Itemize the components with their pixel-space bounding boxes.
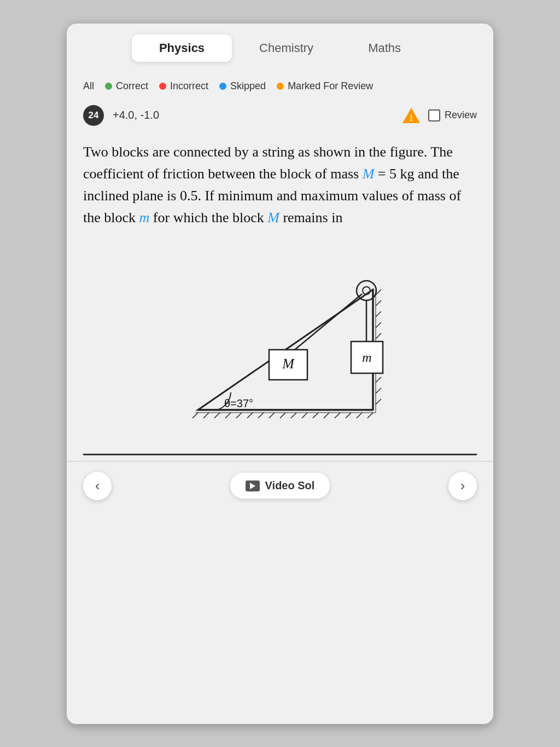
meta-left: 24 +4.0, -1.0 xyxy=(83,105,159,126)
checkbox-box[interactable] xyxy=(428,109,440,121)
question-number: 24 xyxy=(83,105,104,126)
filter-correct[interactable]: Correct xyxy=(105,80,148,92)
warning-triangle-svg: ! xyxy=(402,106,421,125)
svg-line-21 xyxy=(357,413,362,418)
next-icon: › xyxy=(460,477,465,494)
svg-line-15 xyxy=(291,413,296,418)
filter-all[interactable]: All xyxy=(83,80,94,92)
question-marks: +4.0, -1.0 xyxy=(113,109,159,121)
filter-skipped[interactable]: Skipped xyxy=(219,80,266,92)
svg-line-6 xyxy=(192,413,198,418)
physics-diagram: M m θ=37° xyxy=(165,240,395,426)
svg-line-7 xyxy=(203,413,209,418)
video-icon xyxy=(246,480,260,491)
subject-tabs: Physics Chemistry Maths xyxy=(67,24,493,67)
svg-line-13 xyxy=(269,413,275,418)
prev-button[interactable]: ‹ xyxy=(83,472,112,500)
incorrect-dot xyxy=(159,83,166,90)
skipped-dot xyxy=(219,83,226,90)
var-m: m xyxy=(139,210,150,225)
svg-line-32 xyxy=(376,377,381,383)
svg-line-17 xyxy=(313,413,318,418)
question-text: Two blocks are connected by a string as … xyxy=(83,141,477,229)
filter-all-label: All xyxy=(83,80,94,92)
svg-line-33 xyxy=(376,388,381,393)
filter-row: All Correct Incorrect Skipped Marked For… xyxy=(67,73,493,100)
tab-chemistry[interactable]: Chemistry xyxy=(232,34,341,62)
svg-line-8 xyxy=(214,413,220,418)
svg-line-27 xyxy=(376,322,381,328)
svg-text:M: M xyxy=(282,356,295,372)
var-M: M xyxy=(363,166,375,182)
correct-dot xyxy=(105,83,112,90)
svg-line-28 xyxy=(376,333,381,339)
bottom-divider xyxy=(83,454,477,455)
diagram-container: M m θ=37° xyxy=(83,240,477,426)
svg-line-34 xyxy=(376,399,381,404)
svg-line-12 xyxy=(258,413,264,418)
question-meta-row: 24 +4.0, -1.0 ! Review xyxy=(67,100,493,131)
svg-line-9 xyxy=(225,413,231,418)
filter-incorrect[interactable]: Incorrect xyxy=(159,80,208,92)
prev-icon: ‹ xyxy=(95,477,100,494)
play-triangle-icon xyxy=(250,483,255,489)
review-checkbox[interactable]: Review xyxy=(428,109,477,121)
svg-text:!: ! xyxy=(410,113,412,123)
svg-line-25 xyxy=(376,300,381,306)
warning-icon[interactable]: ! xyxy=(402,106,421,125)
filter-correct-label: Correct xyxy=(116,80,148,92)
svg-line-22 xyxy=(368,413,373,418)
video-sol-button[interactable]: Video Sol xyxy=(230,473,330,499)
tab-maths[interactable]: Maths xyxy=(341,34,428,62)
svg-line-19 xyxy=(335,413,340,418)
review-label: Review xyxy=(445,109,477,121)
svg-line-26 xyxy=(376,311,381,317)
meta-right: ! Review xyxy=(402,106,477,125)
svg-line-10 xyxy=(236,413,242,418)
filter-skipped-label: Skipped xyxy=(230,80,266,92)
var-M2: M xyxy=(267,210,279,225)
svg-text:m: m xyxy=(362,350,371,364)
svg-line-20 xyxy=(346,413,351,418)
svg-text:θ=37°: θ=37° xyxy=(224,397,253,409)
question-body: Two blocks are connected by a string as … xyxy=(67,136,493,454)
main-card: Physics Chemistry Maths All Correct Inco… xyxy=(67,24,493,724)
filter-marked[interactable]: Marked For Review xyxy=(277,80,373,92)
next-button[interactable]: › xyxy=(448,472,477,500)
bottom-nav: ‹ Video Sol › xyxy=(67,461,493,506)
filter-incorrect-label: Incorrect xyxy=(170,80,208,92)
tab-physics[interactable]: Physics xyxy=(132,34,232,62)
marked-dot xyxy=(277,83,284,90)
svg-line-11 xyxy=(247,413,253,418)
svg-line-18 xyxy=(324,413,329,418)
filter-marked-label: Marked For Review xyxy=(288,80,373,92)
svg-line-16 xyxy=(302,413,307,418)
video-sol-label: Video Sol xyxy=(265,479,315,492)
svg-line-14 xyxy=(280,413,285,418)
